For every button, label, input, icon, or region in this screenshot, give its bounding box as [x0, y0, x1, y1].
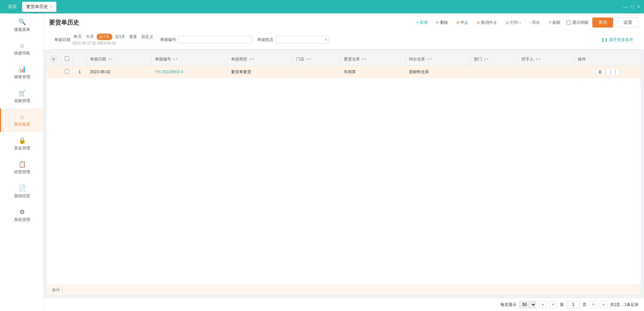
row-check-cell [61, 66, 73, 78]
sidebar-item-sales[interactable]: 📊 销售管理 [0, 61, 43, 85]
print-button[interactable]: 🖨 打印 ▾ [503, 18, 523, 27]
first-page-button[interactable]: « [539, 301, 547, 308]
delete-button[interactable]: ✕ 删除 [434, 18, 450, 27]
window-close-button[interactable]: × [637, 4, 640, 9]
col-store-label: 门店 [296, 57, 304, 61]
window-controls: — □ × [623, 4, 640, 9]
show-detail-checkbox-label[interactable]: 显示明细 [567, 20, 588, 26]
expand-more-label: 展开更多条件 [609, 37, 633, 43]
sidebar-label-system: 系统管理 [14, 217, 30, 223]
row-action-buttons: 🗎 ⋮⋮ [578, 68, 638, 76]
col-date-label: 单据日期 [90, 57, 106, 61]
col-header-settings: ⚙ [47, 53, 61, 66]
refresh-button[interactable]: ↺ 刷新 [546, 18, 562, 27]
top-bar: 首页 要货单历史 × — □ × [0, 0, 644, 13]
shortcut-custom[interactable]: 自定义 [140, 34, 155, 40]
operations-icon: 📋 [18, 161, 26, 168]
last-page-button[interactable]: » [600, 301, 607, 308]
sidebar-item-basic-info[interactable]: 📄 基础信息 [0, 180, 43, 204]
sidebar-item-finance[interactable]: 🔒 资金管理 [0, 132, 43, 156]
show-detail-checkbox[interactable] [567, 20, 571, 25]
table-row[interactable]: 1 2023-06-02 YH-20230602-4 要货单要货 车间库 原材料… [47, 66, 641, 78]
page-suffix: 页 [583, 302, 587, 308]
page-number-input[interactable] [567, 301, 580, 308]
page-header: 要货单历史 + 新增 ✕ 删除 ⊘ 中止 ⊘ 取消中止 [44, 13, 644, 50]
col-date-sort[interactable]: ▲▼ [108, 58, 113, 60]
settings-button[interactable]: 设置 [617, 17, 639, 28]
total-info: 共1页，1条记录 [610, 302, 639, 308]
status-select[interactable] [275, 36, 329, 43]
col-doc-type-sort[interactable]: ▲▼ [249, 58, 254, 60]
delete-icon: ✕ [436, 20, 439, 25]
col-req-wh-sort[interactable]: ▲▼ [362, 58, 367, 60]
col-doc-no-sort[interactable]: ▲▼ [173, 58, 178, 60]
sidebar-label-basic-info: 基础信息 [14, 193, 30, 199]
sidebar: 🔍 搜索菜单 ⌂ 快捷导航 📊 销售管理 🛒 采购管理 ⌂ 库存核算 🔒 资金管… [0, 13, 44, 311]
col-header-store: 门店 ▲▼ [292, 53, 340, 66]
shortcut-today[interactable]: 今天 [85, 34, 95, 40]
prev-page-button[interactable]: < [549, 301, 557, 308]
shortcut-yesterday[interactable]: 昨天 [72, 34, 83, 40]
maximize-button[interactable]: □ [631, 4, 634, 9]
page-header-top: 要货单历史 + 新增 ✕ 删除 ⊘ 中止 ⊘ 取消中止 [49, 17, 639, 28]
doc-no-input[interactable] [178, 36, 252, 43]
row-doc-no-cell: YH-20230602-4 [151, 66, 227, 78]
system-icon: ⚙ [19, 208, 25, 216]
col-pending-wh-sort[interactable]: ▲▼ [427, 58, 432, 60]
sidebar-item-quick-nav[interactable]: ⌂ 快捷导航 [0, 37, 43, 61]
query-button[interactable]: 查询 [592, 17, 613, 28]
row-doc-no-link[interactable]: YH-20230602-4 [155, 70, 183, 74]
col-dept-sort[interactable]: ▲▼ [484, 58, 489, 60]
sidebar-item-purchase[interactable]: 🛒 采购管理 [0, 85, 43, 108]
col-store-sort[interactable]: ▲▼ [306, 58, 311, 60]
date-range-display: 2023-05-27 至 2023-06-02 [72, 41, 155, 46]
col-req-wh-label: 要货仓库 [344, 57, 360, 61]
sidebar-item-system[interactable]: ⚙ 系统管理 [0, 204, 43, 227]
sidebar-label-finance: 资金管理 [14, 145, 30, 151]
print-dropdown-icon: ▾ [519, 21, 521, 25]
stop-button[interactable]: ⊘ 中止 [454, 18, 471, 27]
shortcut-1month[interactable]: 近1月 [114, 34, 127, 40]
row-checkbox[interactable] [65, 69, 69, 74]
column-settings-button[interactable]: ⚙ [50, 55, 57, 63]
filter-bar: 单据日期 昨天 今天 近7天 近1月 更多 自定义 2023-05-27 至 2… [49, 30, 639, 49]
cancel-stop-button[interactable]: ⊘ 取消中止 [475, 18, 499, 27]
select-all-checkbox[interactable] [65, 56, 69, 61]
purchase-icon: 🛒 [18, 89, 26, 97]
export-button[interactable]: ↑ 导出 [527, 18, 542, 27]
close-tab-button[interactable]: × [50, 4, 52, 9]
per-page-select[interactable]: 50 100 200 [519, 301, 536, 308]
row-doc-type-cell: 要货单要货 [227, 66, 292, 78]
add-button[interactable]: + 新增 [414, 18, 430, 27]
tab-home[interactable]: 首页 [4, 2, 21, 12]
expand-more-button[interactable]: ❯❯ 展开更多条件 [601, 37, 633, 43]
sales-icon: 📊 [18, 65, 26, 73]
minimize-button[interactable]: — [623, 4, 628, 9]
sidebar-label-operations: 经营管理 [14, 169, 30, 175]
quick-nav-icon: ⌂ [20, 42, 24, 49]
sidebar-item-operations[interactable]: 📋 经营管理 [0, 156, 43, 180]
row-view-button[interactable]: 🗎 [596, 68, 604, 76]
per-page-label: 每页显示 [500, 302, 517, 308]
shortcut-7days[interactable]: 近7天 [97, 34, 112, 40]
filter-doc-no: 单据编号 [160, 36, 252, 43]
sidebar-label-sales: 销售管理 [14, 74, 30, 80]
page-label: 第 [560, 302, 564, 308]
tab-active[interactable]: 要货单历史 × [22, 2, 56, 12]
col-doc-no-label: 单据编号 [155, 57, 171, 61]
shortcut-more[interactable]: 更多 [128, 34, 139, 40]
row-edit-button[interactable]: ⋮⋮ [606, 68, 620, 76]
col-handler-sort[interactable]: ▲▼ [535, 58, 541, 60]
toolbar: + 新增 ✕ 删除 ⊘ 中止 ⊘ 取消中止 🖨 打印 [414, 17, 639, 28]
shortcut-group: 昨天 今天 近7天 近1月 更多 自定义 [72, 34, 155, 40]
col-dept-label: 部门 [474, 57, 482, 61]
next-page-button[interactable]: > [589, 301, 597, 308]
sidebar-item-inventory[interactable]: ⌂ 库存核算 [0, 108, 43, 132]
sidebar-item-search-menu[interactable]: 🔍 搜索菜单 [0, 13, 43, 37]
table-body: 1 2023-06-02 YH-20230602-4 要货单要货 车间库 原材料… [47, 66, 641, 78]
table-total-row: 合计： [47, 285, 641, 295]
cancel-stop-icon: ⊘ [477, 20, 480, 25]
table-header-row: ⚙ 单据日期 ▲▼ 单据编号 [47, 53, 641, 66]
row-handler-cell [518, 66, 574, 78]
col-header-no [73, 53, 87, 66]
